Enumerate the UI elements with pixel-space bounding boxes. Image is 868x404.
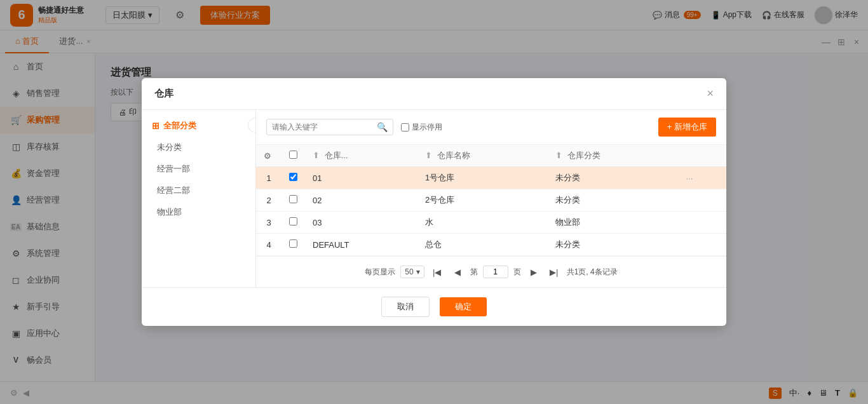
modal-title: 仓库 xyxy=(154,88,173,100)
row-actions: ··· xyxy=(678,167,726,189)
category-item-property[interactable]: 物业部 xyxy=(142,201,255,223)
row-actions xyxy=(678,212,726,234)
page-input[interactable] xyxy=(483,266,508,278)
per-page-value: 50 xyxy=(405,267,413,276)
row-code: 01 xyxy=(305,167,417,189)
modal-footer: 取消 确定 xyxy=(142,287,726,326)
sort-icon: ⬆ xyxy=(313,151,320,160)
row-name: 2号仓库 xyxy=(417,189,548,212)
row-action-ellipsis[interactable]: ··· xyxy=(686,173,693,183)
row-code: 03 xyxy=(305,212,417,234)
sort-icon2: ⬆ xyxy=(425,151,432,160)
first-page-button[interactable]: |◀ xyxy=(430,264,445,279)
per-page-label: 每页显示 xyxy=(365,267,395,278)
page-label: 第 xyxy=(470,267,478,278)
show-disabled-label: 显示停用 xyxy=(412,122,442,133)
table-row[interactable]: 3 03 水 物业部 xyxy=(256,212,726,234)
row-name: 1号仓库 xyxy=(417,167,548,189)
table-row[interactable]: 4 DEFAULT 总仓 未分类 xyxy=(256,234,726,256)
select-all-checkbox[interactable] xyxy=(289,151,297,159)
last-page-button[interactable]: ▶| xyxy=(546,264,562,279)
next-page-button[interactable]: ▶ xyxy=(526,264,541,279)
pagination: 每页显示 50 ▾ |◀ ◀ 第 页 ▶ ▶| 共1页, 4条记录 xyxy=(256,256,726,287)
row-name: 总仓 xyxy=(417,234,548,256)
warehouse-table: ⚙ ⬆ 仓库... ⬆ 仓库名称 xyxy=(256,145,726,256)
row-checkbox-cell xyxy=(281,212,305,234)
cancel-button[interactable]: 取消 xyxy=(381,297,430,317)
confirm-button[interactable]: 确定 xyxy=(440,297,487,316)
modal-close-button[interactable]: × xyxy=(707,87,714,100)
category-item-none[interactable]: 未分类 xyxy=(142,137,255,158)
row-checkbox-cell xyxy=(281,167,305,189)
category-item-ops2[interactable]: 经营二部 xyxy=(142,180,255,201)
row-category: 未分类 xyxy=(548,234,678,256)
table-header: ⚙ ⬆ 仓库... ⬆ 仓库名称 xyxy=(256,145,726,167)
th-settings: ⚙ xyxy=(256,145,281,167)
row-code: 02 xyxy=(305,189,417,212)
settings-icon: ⚙ xyxy=(264,151,271,161)
grid-icon: ⊞ xyxy=(152,121,159,131)
prev-page-button[interactable]: ◀ xyxy=(450,264,465,279)
row-category: 未分类 xyxy=(548,167,678,189)
table-row[interactable]: 2 02 2号仓库 未分类 xyxy=(256,189,726,212)
add-warehouse-button[interactable]: + 新增仓库 xyxy=(658,118,716,137)
category-header-label: 全部分类 xyxy=(163,120,196,131)
search-icon: 🔍 xyxy=(377,122,388,132)
row-num: 1 xyxy=(256,167,281,189)
show-disabled-checkbox-label[interactable]: 显示停用 xyxy=(401,122,442,133)
search-box: 🔍 xyxy=(266,119,393,135)
row-actions xyxy=(678,189,726,212)
warehouse-modal: 仓库 × ⊞ 全部分类 《 未分类 经营一部 经营二部 物业部 xyxy=(142,78,726,326)
row-checkbox[interactable] xyxy=(289,239,297,248)
modal-header: 仓库 × xyxy=(142,78,726,110)
row-category: 未分类 xyxy=(548,189,678,212)
row-checkbox-cell xyxy=(281,189,305,212)
table-area: 🔍 显示停用 + 新增仓库 ⚙ xyxy=(256,110,726,287)
th-checkbox xyxy=(281,145,305,167)
per-page-select[interactable]: 50 ▾ xyxy=(400,266,424,278)
category-all[interactable]: ⊞ 全部分类 xyxy=(142,115,255,137)
category-item-ops1[interactable]: 经营一部 xyxy=(142,158,255,180)
table-toolbar: 🔍 显示停用 + 新增仓库 xyxy=(256,110,726,145)
th-code-label: 仓库... xyxy=(325,151,348,160)
category-sidebar: ⊞ 全部分类 《 未分类 经营一部 经营二部 物业部 xyxy=(142,110,256,287)
total-text: 共1页, 4条记录 xyxy=(567,267,618,278)
row-checkbox-cell xyxy=(281,234,305,256)
th-category: ⬆ 仓库分类 xyxy=(548,145,678,167)
th-action xyxy=(678,145,726,167)
table-body: 1 01 1号仓库 未分类 ··· 2 02 2号仓库 未分类 3 xyxy=(256,167,726,256)
th-code: ⬆ 仓库... xyxy=(305,145,417,167)
row-checkbox[interactable] xyxy=(289,195,297,203)
row-actions xyxy=(678,234,726,256)
row-checkbox[interactable] xyxy=(289,173,297,181)
row-name: 水 xyxy=(417,212,548,234)
row-num: 2 xyxy=(256,189,281,212)
th-category-label: 仓库分类 xyxy=(567,151,600,160)
row-code: DEFAULT xyxy=(305,234,417,256)
show-disabled-checkbox[interactable] xyxy=(401,123,409,131)
row-category: 物业部 xyxy=(548,212,678,234)
th-name: ⬆ 仓库名称 xyxy=(417,145,548,167)
th-name-label: 仓库名称 xyxy=(437,151,470,160)
row-num: 4 xyxy=(256,234,281,256)
modal-overlay: 仓库 × ⊞ 全部分类 《 未分类 经营一部 经营二部 物业部 xyxy=(0,0,868,404)
row-num: 3 xyxy=(256,212,281,234)
row-checkbox[interactable] xyxy=(289,217,297,226)
page-unit: 页 xyxy=(513,267,521,278)
table-row[interactable]: 1 01 1号仓库 未分类 ··· xyxy=(256,167,726,189)
modal-body: ⊞ 全部分类 《 未分类 经营一部 经营二部 物业部 🔍 xyxy=(142,110,726,287)
per-page-chevron: ▾ xyxy=(416,267,420,276)
table-scroll[interactable]: ⚙ ⬆ 仓库... ⬆ 仓库名称 xyxy=(256,145,726,256)
sort-icon3: ⬆ xyxy=(555,151,562,160)
search-input[interactable] xyxy=(272,123,373,131)
